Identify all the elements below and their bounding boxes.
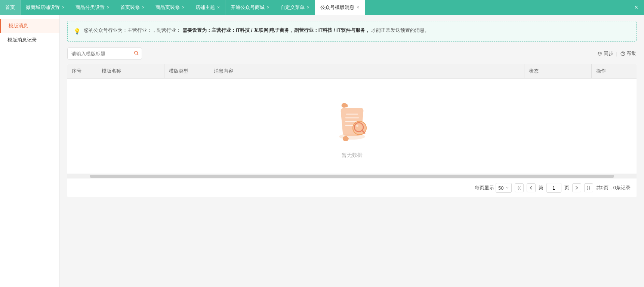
sidebar-item-template-msg[interactable]: 模版消息	[0, 19, 59, 33]
help-icon	[620, 51, 625, 56]
th-actions: 操作	[592, 64, 637, 78]
data-table: 序号 模版名称 模版类型 消息内容 状态 操作	[67, 64, 637, 197]
notice-icon: 💡	[74, 27, 81, 36]
sidebar-item-template-record[interactable]: 模版消息记录	[0, 33, 59, 47]
sync-button[interactable]: 同步	[597, 50, 613, 57]
tab-open-mall[interactable]: 开通公众号商城 ×	[225, 0, 275, 15]
tab-custom-menu[interactable]: 自定义菜单 ×	[275, 0, 315, 15]
tab-close-open-mall[interactable]: ×	[267, 5, 269, 10]
page-number-input[interactable]	[546, 183, 561, 193]
empty-state: 暂无数据	[67, 79, 637, 174]
page-total: 共0页，0条记录	[596, 184, 631, 191]
search-input-wrap	[67, 48, 142, 59]
svg-point-12	[356, 125, 358, 127]
page-prev-button[interactable]	[527, 183, 536, 192]
tab-micro-shop[interactable]: 微商城店铺设置 ×	[21, 0, 70, 15]
tab-home-decor[interactable]: 首页装修 ×	[115, 0, 150, 15]
th-content: 消息内容	[209, 64, 524, 78]
tab-bar: 首页 微商城店铺设置 × 商品分类设置 × 首页装修 × 商品页装修 × 店铺主…	[0, 0, 644, 15]
th-type: 模版类型	[164, 64, 209, 78]
page-size-selector: 每页显示 50	[475, 183, 511, 193]
tab-close-product-category[interactable]: ×	[107, 5, 110, 10]
tab-close-micro-shop[interactable]: ×	[62, 5, 65, 10]
content-area: 💡 您的公众号行业为：主营行业：，副营行业： 需要设置为：主营行业：IT科技 /…	[60, 15, 644, 287]
tab-close-product-decor[interactable]: ×	[182, 5, 185, 10]
page-first-button[interactable]: ⟨⟨	[515, 183, 524, 192]
th-index: 序号	[67, 64, 97, 78]
search-button[interactable]	[134, 51, 139, 57]
th-name: 模版名称	[97, 64, 164, 78]
main-layout: 模版消息 模版消息记录 💡 您的公众号行业为：主营行业：，副营行业： 需要设置为…	[0, 15, 644, 287]
horizontal-scrollbar[interactable]	[67, 174, 637, 178]
sync-icon	[597, 51, 602, 56]
search-bar: 同步 | 帮助	[67, 48, 637, 59]
sidebar: 模版消息 模版消息记录	[0, 15, 60, 287]
search-input[interactable]	[67, 48, 142, 59]
scrollbar-track	[90, 175, 614, 178]
search-left	[67, 48, 142, 59]
tab-product-decor[interactable]: 商品页装修 ×	[150, 0, 190, 15]
help-button[interactable]: 帮助	[620, 50, 637, 57]
empty-icon	[330, 101, 375, 146]
search-right: 同步 | 帮助	[597, 50, 637, 57]
pagination: 每页显示 50 ⟨⟨ 第 页 ⟩	[67, 178, 637, 197]
tab-close-shop-theme[interactable]: ×	[217, 5, 220, 10]
tab-close-template-message[interactable]: ×	[357, 5, 359, 10]
tab-close-home-decor[interactable]: ×	[142, 5, 145, 10]
tab-product-category[interactable]: 商品分类设置 ×	[70, 0, 115, 15]
page-last-button[interactable]: ⟩⟩	[584, 183, 593, 192]
empty-text: 暂无数据	[342, 152, 363, 159]
tab-close-custom-menu[interactable]: ×	[307, 5, 309, 10]
tab-home[interactable]: 首页	[0, 0, 21, 15]
svg-point-0	[135, 51, 138, 54]
page-next-button[interactable]	[572, 183, 581, 192]
next-icon	[575, 186, 578, 190]
notice-box: 💡 您的公众号行业为：主营行业：，副营行业： 需要设置为：主营行业：IT科技 /…	[67, 21, 637, 42]
tab-template-message[interactable]: 公众号模版消息 ×	[315, 0, 365, 15]
svg-line-1	[137, 54, 138, 55]
notice-text: 您的公众号行业为：主营行业：，副营行业： 需要设置为：主营行业：IT科技 / 互…	[84, 27, 429, 34]
divider: |	[616, 51, 617, 57]
table-header: 序号 模版名称 模版类型 消息内容 状态 操作	[67, 64, 637, 79]
prev-icon	[530, 186, 533, 190]
th-status: 状态	[524, 64, 592, 78]
page-size-dropdown[interactable]: 50	[496, 183, 511, 193]
tab-bar-close-button[interactable]: ×	[629, 4, 644, 11]
dropdown-icon	[505, 186, 509, 190]
tab-shop-theme[interactable]: 店铺主题 ×	[190, 0, 225, 15]
